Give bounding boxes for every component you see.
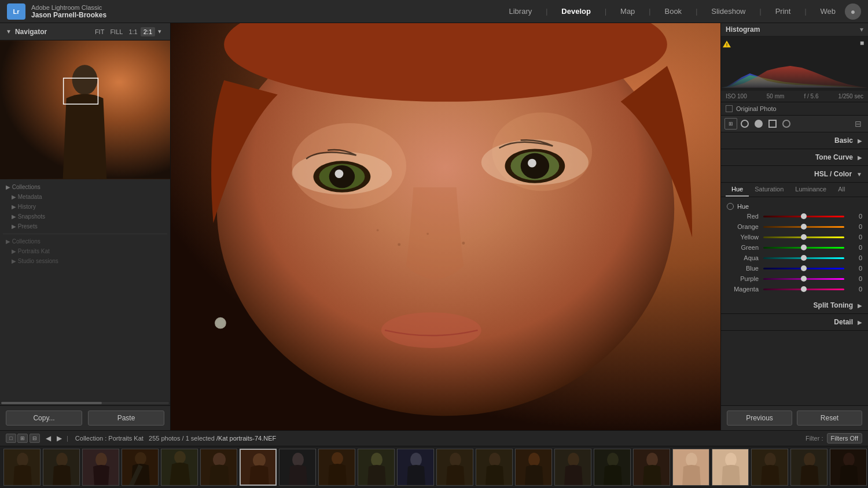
hsl-tabs: Hue Saturation Luminance All [721, 183, 868, 197]
filmstrip-thumb-1[interactable] [3, 449, 41, 486]
zoom-1-1[interactable]: 1:1 [126, 27, 140, 36]
hsl-section-header[interactable]: HSL / Color ▼ [721, 166, 868, 183]
hsl-red-slider[interactable] [763, 216, 844, 217]
collection-item[interactable]: ▶ Collections [3, 236, 167, 246]
hsl-orange-slider[interactable] [763, 226, 844, 228]
collection-item[interactable]: ▶ Studio sessions [3, 256, 167, 266]
hsl-tab-luminance[interactable]: Luminance [789, 183, 832, 197]
hsl-blue-slider[interactable] [763, 268, 844, 269]
zoom-menu[interactable]: ▾ [155, 27, 164, 36]
hsl-yellow-value: 0 [848, 234, 862, 241]
filmstrip-thumb-19[interactable] [712, 449, 749, 486]
reset-button[interactable]: Reset [797, 411, 862, 426]
histogram-menu[interactable]: ▾ [860, 25, 863, 34]
hsl-magenta-slider[interactable] [763, 289, 844, 290]
filmstrip-thumb-16[interactable] [594, 449, 631, 486]
previous-button[interactable]: Previous [727, 411, 792, 426]
collection-item[interactable]: ▶ Portraits Kat [3, 246, 167, 256]
filmstrip-thumb-4[interactable] [122, 449, 159, 486]
hsl-yellow-slider[interactable] [763, 236, 844, 238]
filmstrip-thumb-15[interactable] [554, 449, 591, 486]
hsl-target-icon[interactable] [727, 203, 734, 210]
detail-section-header[interactable]: Detail ▶ [721, 314, 868, 331]
filmstrip-thumb-22[interactable] [830, 449, 867, 486]
nav-map[interactable]: Map [617, 5, 638, 18]
filmstrip-thumb-11[interactable] [397, 449, 434, 486]
svg-point-22 [377, 229, 379, 231]
filmstrip-thumb-17[interactable] [633, 449, 670, 486]
collection-item[interactable]: ▶ Snapshots [3, 212, 167, 221]
hsl-tab-saturation[interactable]: Saturation [749, 183, 789, 197]
develop-tools-row: ⊞ ⊟ [721, 116, 868, 132]
hsl-aqua-slider[interactable] [763, 257, 844, 259]
filmstrip-thumb-6[interactable] [200, 449, 237, 486]
filmstrip: □ ⊞ ⊟ ◀ ▶ | Collection : Portraits Kat 2… [0, 430, 868, 488]
nav-back-arrow[interactable]: ◀ [43, 434, 53, 443]
nav-book[interactable]: Book [661, 5, 685, 18]
hsl-yellow-label: Yellow [727, 234, 759, 241]
circle-empty-icon[interactable] [738, 118, 751, 130]
filmstrip-thumb-7-selected[interactable] [240, 449, 277, 486]
main-photo [171, 23, 720, 430]
copy-button[interactable]: Copy... [6, 411, 82, 426]
nav-develop[interactable]: Develop [558, 5, 594, 18]
svg-point-41 [213, 453, 226, 467]
filmstrip-thumb-8[interactable] [279, 449, 316, 486]
paste-button[interactable]: Paste [88, 411, 164, 426]
hsl-orange-value: 0 [848, 223, 862, 230]
nav-slideshow[interactable]: Slideshow [708, 5, 749, 18]
navigator-collapse-icon[interactable]: ▼ [6, 28, 12, 35]
app-title: Adobe Lightroom Classic Jason Parnell-Br… [31, 4, 106, 19]
svg-point-73 [843, 453, 855, 467]
nav-library[interactable]: Library [505, 5, 535, 18]
nav-web[interactable]: Web [817, 5, 840, 18]
collection-item[interactable]: ▶ History [3, 202, 167, 212]
hsl-aqua-value: 0 [848, 254, 862, 261]
svg-point-36 [135, 452, 146, 465]
filmstrip-thumb-10[interactable] [358, 449, 395, 486]
filmstrip-nav-arrows: ◀ ▶ [43, 434, 64, 443]
collection-item[interactable]: ▶ Metadata [3, 192, 167, 202]
tone-curve-header[interactable]: Tone Curve ▶ [721, 149, 868, 166]
original-photo-checkbox[interactable] [726, 105, 733, 112]
filter-dropdown[interactable]: Filters Off [827, 433, 862, 443]
svg-point-17 [381, 312, 481, 348]
zoom-2-1[interactable]: 2:1 [141, 27, 155, 36]
filmstrip-grid-2-icon[interactable]: ⊞ [17, 434, 28, 443]
user-name: Jason Parnell-Brookes [31, 11, 106, 19]
tone-curve-arrow: ▶ [858, 154, 862, 161]
nav-print[interactable]: Print [772, 5, 795, 18]
app-name: Adobe Lightroom Classic [31, 4, 106, 11]
svg-point-71 [804, 453, 815, 467]
filmstrip-thumb-13[interactable] [476, 449, 513, 486]
basic-section-header[interactable]: Basic ▶ [721, 132, 868, 149]
filmstrip-thumb-21[interactable] [790, 449, 827, 486]
basic-section-arrow: ▶ [858, 138, 862, 144]
split-toning-header[interactable]: Split Toning ▶ [721, 297, 868, 314]
sliders-icon[interactable]: ⊟ [852, 118, 865, 130]
filmstrip-thumb-18[interactable] [672, 449, 709, 486]
filmstrip-thumb-5[interactable] [161, 449, 198, 486]
profile-icon[interactable]: ● [845, 3, 861, 20]
collection-item[interactable]: ▶ Presets [3, 221, 167, 231]
filmstrip-grid-1-icon[interactable]: □ [6, 434, 16, 443]
hsl-tab-hue[interactable]: Hue [726, 183, 749, 197]
hsl-green-slider[interactable] [763, 247, 844, 249]
hsl-purple-slider[interactable] [763, 278, 844, 280]
filmstrip-thumb-14[interactable] [515, 449, 552, 486]
filmstrip-grid-3-icon[interactable]: ⊟ [30, 434, 40, 443]
zoom-fill[interactable]: FILL [107, 27, 126, 36]
square-icon[interactable] [766, 118, 779, 130]
filmstrip-thumb-2[interactable] [43, 449, 80, 486]
filmstrip-thumb-20[interactable] [751, 449, 788, 486]
filmstrip-thumb-3[interactable] [82, 449, 119, 486]
grid-tool-icon[interactable]: ⊞ [724, 118, 737, 130]
zoom-fit[interactable]: FIT [92, 27, 108, 36]
hsl-tab-all[interactable]: All [832, 183, 851, 197]
circle-light-icon[interactable] [780, 118, 793, 130]
filmstrip-thumb-9[interactable] [318, 449, 355, 486]
filmstrip-thumb-12[interactable] [436, 449, 473, 486]
collection-item[interactable]: ▶ Collections [3, 182, 167, 192]
nav-forward-arrow[interactable]: ▶ [54, 434, 64, 443]
circle-filled-icon[interactable] [752, 118, 765, 130]
